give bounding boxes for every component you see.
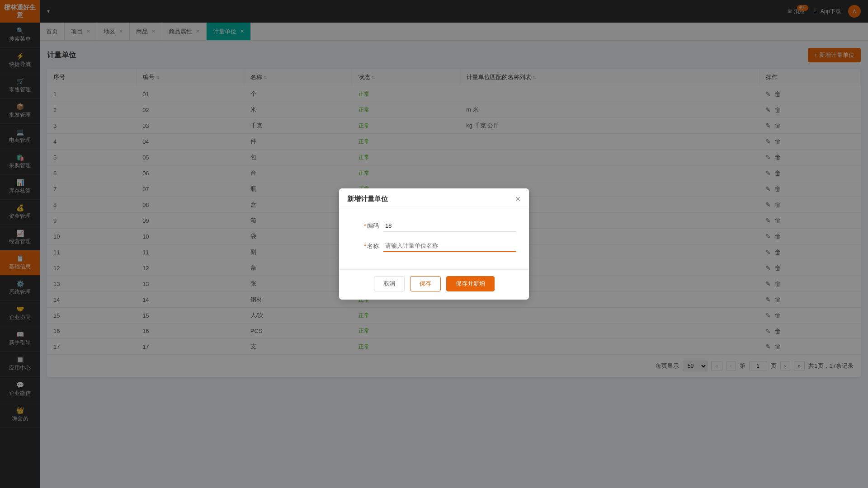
add-unit-modal: 新增计量单位 ✕ *编码 *名称 取消 保存 保存并新增 [339, 188, 529, 300]
modal-close-button[interactable]: ✕ [515, 196, 521, 203]
save-button[interactable]: 保存 [410, 276, 441, 291]
code-input[interactable] [383, 220, 516, 232]
modal-header: 新增计量单位 ✕ [339, 188, 529, 209]
save-and-new-button[interactable]: 保存并新增 [446, 276, 495, 291]
cancel-button[interactable]: 取消 [374, 276, 405, 291]
modal-overlay: 新增计量单位 ✕ *编码 *名称 取消 保存 保存并新增 [0, 0, 868, 488]
code-label: *编码 [352, 222, 379, 230]
name-form-row: *名称 [352, 240, 516, 252]
modal-footer: 取消 保存 保存并新增 [339, 269, 529, 300]
name-label: *名称 [352, 242, 379, 250]
name-input[interactable] [383, 240, 516, 252]
required-star-code: * [364, 222, 366, 229]
required-star-name: * [364, 243, 366, 249]
modal-body: *编码 *名称 [339, 209, 529, 269]
code-form-row: *编码 [352, 220, 516, 232]
modal-title: 新增计量单位 [347, 195, 388, 203]
name-label-text: 名称 [367, 243, 379, 249]
code-label-text: 编码 [367, 222, 379, 229]
